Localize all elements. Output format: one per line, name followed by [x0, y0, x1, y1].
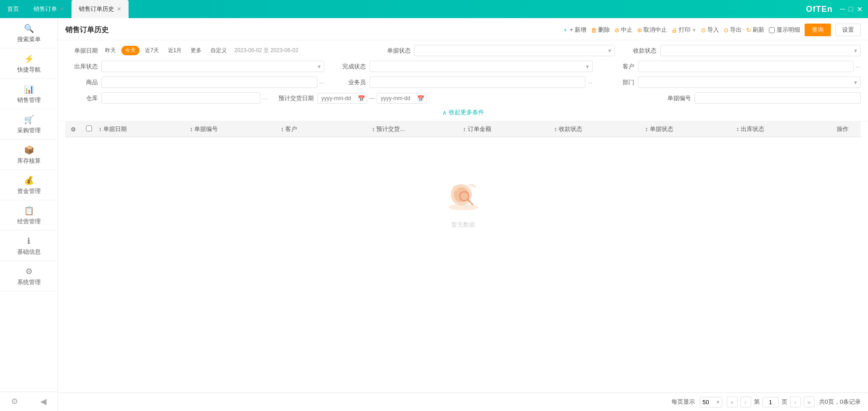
warehouse-dots[interactable]: ··· — [262, 95, 268, 102]
filter-area: 单据日期 昨天 今天 近7天 近1月 更多 自定义 2023-06-02 至 2… — [58, 40, 868, 121]
tab-sales-order[interactable]: 销售订单 ✕ — [26, 0, 72, 18]
date-pills: 昨天 今天 近7天 近1月 更多 自定义 — [101, 46, 230, 55]
complete-status-control: ▼ — [369, 61, 592, 72]
cancel-stop-button[interactable]: ⊛ 取消中止 — [637, 26, 667, 34]
product-dots[interactable]: ··· — [319, 79, 325, 86]
pill-custom[interactable]: 自定义 — [207, 46, 230, 55]
system-icon: ⚙ — [25, 266, 33, 276]
footer: 每页显示 10 20 50 100 ▼ « ‹ 第 页 › » 共0页，0条记录 — [58, 392, 868, 411]
sidebar-item-purchase[interactable]: 🛒 采购管理 — [0, 109, 58, 140]
search-icon: 🔍 — [24, 24, 34, 34]
minimize-icon[interactable]: ─ — [840, 5, 845, 13]
pill-more[interactable]: 更多 — [187, 46, 205, 55]
pill-1month[interactable]: 近1月 — [164, 46, 186, 55]
th-settings[interactable]: ⚙ — [65, 121, 82, 137]
sidebar-item-search[interactable]: 🔍 搜索菜单 — [0, 18, 58, 48]
new-button[interactable]: ＋ + 新增 — [562, 26, 586, 34]
page-size-select[interactable]: 10 20 50 100 — [700, 397, 722, 407]
refresh-button[interactable]: ↻ 刷新 — [746, 26, 764, 34]
customer-input[interactable] — [638, 61, 854, 72]
sidebar-item-quick-nav[interactable]: ⚡ 快捷导航 — [0, 48, 58, 79]
pill-today[interactable]: 今天 — [121, 46, 139, 55]
delivery-label: 预计交货日期 — [277, 94, 317, 102]
sidebar-item-system[interactable]: ⚙ 系统管理 — [0, 261, 58, 291]
export-label: 导出 — [730, 26, 742, 34]
first-page-button[interactable]: « — [727, 396, 738, 407]
complete-status-select[interactable] — [369, 61, 592, 72]
collapse-sidebar-icon[interactable]: ◀ — [40, 396, 47, 406]
display-detail-label: 显示明细 — [777, 26, 800, 34]
current-page-input[interactable] — [762, 397, 779, 407]
window-close-icon[interactable]: ✕ — [857, 5, 863, 14]
sidebar-item-sales[interactable]: 📊 销售管理 — [0, 79, 58, 109]
salesperson-input[interactable] — [369, 77, 585, 88]
date-range-text: 2023-06-02 至 2023-06-02 — [234, 47, 298, 54]
salesperson-dots[interactable]: ··· — [587, 79, 593, 86]
tab-home[interactable]: 首页 — [0, 0, 26, 18]
outbound-status-select[interactable] — [101, 61, 324, 72]
filter-row-4: 仓库 ··· 预计交货日期 📅 — 📅 — [65, 92, 861, 104]
collapse-button[interactable]: ∧ 收起更多条件 — [65, 108, 861, 116]
page-size-wrap: 10 20 50 100 ▼ — [700, 397, 722, 407]
sidebar-item-sales-label: 销售管理 — [17, 96, 41, 104]
display-detail-check[interactable]: 显示明细 — [769, 26, 800, 34]
query-button[interactable]: 查询 — [805, 24, 831, 36]
th-delivery-label: ↕ 预计交货... — [372, 126, 405, 132]
customer-dots[interactable]: ··· — [855, 63, 861, 70]
pill-7days[interactable]: 近7天 — [141, 46, 163, 55]
data-table: ⚙ ↕ 单据日期 ↕ 单据编号 ↕ 客户 ↕ 预计交货... — [65, 121, 861, 137]
warehouse-input[interactable] — [101, 92, 260, 104]
warehouse-label: 仓库 — [65, 94, 101, 102]
close-icon-history[interactable]: ✕ — [117, 6, 121, 12]
print-chevron: ▼ — [692, 28, 696, 33]
th-amount-label: ↕ 订单金额 — [463, 126, 491, 132]
date-dash: — — [369, 95, 375, 102]
window-controls: OfTEn ─ □ ✕ — [806, 5, 868, 14]
finance-icon: 💰 — [24, 175, 34, 185]
stop-icon: ⊘ — [614, 27, 619, 34]
calendar-to-icon: 📅 — [417, 95, 424, 102]
sidebar-item-operations[interactable]: 📋 经营管理 — [0, 200, 58, 231]
product-input[interactable] — [101, 77, 317, 88]
sidebar-item-inventory[interactable]: 📦 库存核算 — [0, 140, 58, 170]
delivery-to-wrap: 📅 — [377, 93, 427, 104]
prev-page-button[interactable]: ‹ — [740, 396, 751, 407]
tab-sales-history-label: 销售订单历史 — [79, 5, 114, 13]
date-filter: 昨天 今天 近7天 近1月 更多 自定义 2023-06-02 至 2023-0… — [101, 46, 369, 55]
next-page-button[interactable]: › — [790, 396, 801, 407]
select-all-checkbox[interactable] — [86, 126, 92, 131]
page-title: 销售订单历史 — [65, 25, 109, 35]
import-button[interactable]: ⊙ 导入 — [701, 26, 719, 34]
setting-button[interactable]: 设置 — [835, 24, 861, 36]
last-page-button[interactable]: » — [804, 396, 815, 407]
sidebar-item-operations-label: 经营管理 — [17, 218, 41, 226]
import-label: 导入 — [707, 26, 719, 34]
tab-sales-order-label: 销售订单 — [34, 5, 57, 13]
sidebar-item-basics[interactable]: ℹ 基础信息 — [0, 231, 58, 261]
payment-status-select[interactable] — [660, 45, 861, 56]
close-icon-sales[interactable]: ✕ — [60, 6, 64, 12]
order-no-input[interactable] — [695, 92, 861, 104]
th-checkbox[interactable] — [82, 121, 96, 137]
th-payment-label: ↕ 收款状态 — [554, 126, 582, 132]
export-button[interactable]: ⊙ 导出 — [724, 26, 742, 34]
dept-label: 部门 — [602, 78, 638, 87]
maximize-icon[interactable]: □ — [849, 5, 853, 13]
stop-button[interactable]: ⊘ 中止 — [614, 26, 633, 34]
tab-sales-history[interactable]: 销售订单历史 ✕ — [72, 0, 129, 18]
print-button[interactable]: 🖨 打印 ▼ — [671, 26, 696, 34]
content-area: 销售订单历史 ＋ + 新增 🗑 删除 ⊘ 中止 ⊛ 取消中止 — [58, 18, 868, 411]
delete-button[interactable]: 🗑 删除 — [591, 26, 610, 34]
display-detail-checkbox[interactable] — [769, 27, 775, 33]
sidebar-item-finance[interactable]: 💰 资金管理 — [0, 170, 58, 200]
th-date: ↕ 单据日期 — [96, 121, 187, 137]
date-label: 单据日期 — [65, 47, 101, 55]
settings-bottom-icon[interactable]: ⚙ — [11, 396, 18, 406]
brand-label: OfTEn — [806, 5, 833, 14]
dept-select[interactable] — [638, 77, 861, 88]
order-status-select[interactable] — [414, 45, 615, 56]
pill-yesterday[interactable]: 昨天 — [101, 46, 120, 55]
page-label-pre: 第 — [754, 398, 760, 406]
sidebar-item-search-label: 搜索菜单 — [17, 35, 41, 44]
th-order-status: ↕ 单据状态 — [643, 121, 734, 137]
